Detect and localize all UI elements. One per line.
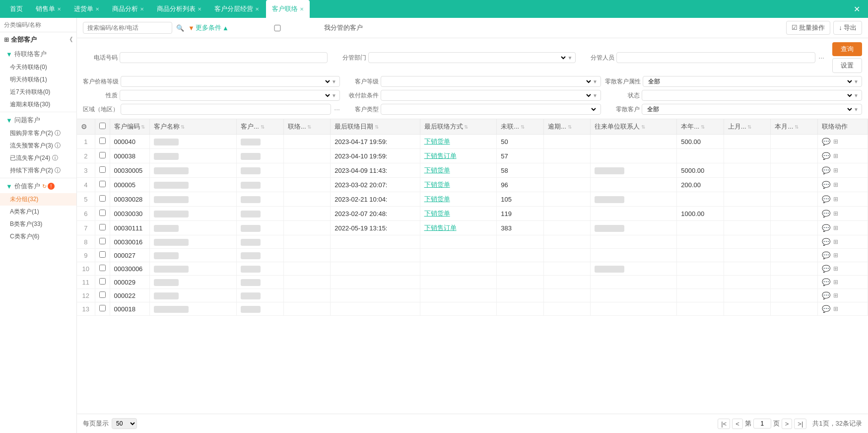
sidebar-item-abnormal[interactable]: 囤购异常客户(2) ⓘ — [0, 127, 76, 140]
tab-home[interactable]: 首页 — [4, 0, 29, 18]
row-check[interactable] — [95, 276, 110, 289]
comment-icon[interactable]: 💬 — [822, 181, 830, 189]
sidebar-group-value[interactable]: ▼ 价值客户 ↻ ! — [0, 179, 76, 193]
export-button[interactable]: ↓ 导出 — [833, 21, 862, 35]
comment-icon[interactable]: 💬 — [822, 265, 830, 273]
per-page-select[interactable]: 50 100 — [112, 418, 137, 429]
grid-action-icon[interactable]: ⊞ — [833, 265, 838, 272]
search-button[interactable]: 🔍 — [176, 24, 184, 32]
th-partner[interactable]: 往来单位联系人 — [591, 119, 677, 135]
row-check[interactable] — [95, 207, 110, 221]
th-this-month[interactable]: 本月... — [771, 119, 818, 135]
grid-action-icon[interactable]: ⊞ — [833, 238, 838, 245]
comment-icon[interactable]: 💬 — [822, 195, 830, 203]
comment-icon[interactable]: 💬 — [822, 291, 830, 299]
th-last-method[interactable]: 最后联络方式 — [420, 119, 497, 135]
th-check[interactable] — [95, 119, 110, 135]
comment-icon[interactable]: 💬 — [822, 251, 830, 259]
last-method-link[interactable]: 下销售订单 — [424, 224, 457, 231]
region-more-icon[interactable]: ··· — [334, 105, 340, 113]
th-code[interactable]: 客户编码 — [110, 119, 149, 135]
last-method-link[interactable]: 下销售订单 — [424, 152, 457, 159]
status-select[interactable] — [645, 91, 854, 99]
last-method-link[interactable]: 下销货单 — [424, 195, 450, 203]
comment-icon[interactable]: 💬 — [822, 305, 830, 313]
sidebar-item-class-c[interactable]: C类客户(6) — [0, 230, 76, 243]
tab-customer-contact[interactable]: 客户联络 ✕ — [266, 0, 310, 18]
row-check[interactable] — [95, 221, 110, 235]
search-input[interactable] — [83, 22, 172, 34]
row-check[interactable] — [95, 163, 110, 178]
retail-attr-select[interactable]: 全部 — [646, 77, 854, 85]
grid-action-icon[interactable]: ⊞ — [833, 152, 838, 159]
last-method-link[interactable]: 下销货单 — [424, 138, 450, 145]
cust-level-wrapper[interactable]: ▼ — [381, 76, 601, 87]
sidebar-item-class-a[interactable]: A类客户(1) — [0, 206, 76, 218]
sidebar-item-declining[interactable]: 持续下滑客户(2) ⓘ — [0, 164, 76, 177]
sidebar-all-customers[interactable]: ⊞ 全部客户 《 — [0, 32, 76, 47]
close-purchase-tab[interactable]: ✕ — [95, 6, 99, 12]
price-level-wrapper[interactable]: ▼ — [121, 76, 340, 87]
row-check[interactable] — [95, 289, 110, 302]
row-check[interactable] — [95, 262, 110, 276]
close-sales-tab[interactable]: ✕ — [57, 6, 61, 12]
window-close[interactable]: ✕ — [850, 4, 864, 14]
th-contact[interactable]: 联络... — [283, 119, 331, 135]
tab-analysis-list[interactable]: 商品分析列表 ✕ — [151, 0, 207, 18]
close-analysis-tab[interactable]: ✕ — [140, 6, 144, 12]
last-method-link[interactable]: 下销货单 — [424, 181, 450, 188]
close-customer-layer-tab[interactable]: ✕ — [255, 6, 259, 12]
payment-wrapper[interactable]: ▼ — [381, 90, 601, 101]
grid-action-icon[interactable]: ⊞ — [833, 196, 838, 203]
th-cust[interactable]: 客户... — [237, 119, 284, 135]
person-more-icon[interactable]: ··· — [818, 54, 824, 62]
tab-purchase[interactable]: 进货单 ✕ — [68, 0, 105, 18]
th-name[interactable]: 客户名称 — [149, 119, 237, 135]
grid-action-icon[interactable]: ⊞ — [833, 167, 838, 174]
row-check[interactable] — [95, 178, 110, 192]
more-conditions-button[interactable]: ▼ 更多条件 ▲ — [188, 23, 229, 32]
grid-action-icon[interactable]: ⊞ — [833, 210, 838, 217]
row-check[interactable] — [95, 235, 110, 249]
cust-type-wrapper[interactable] — [381, 104, 601, 115]
grid-action-icon[interactable]: ⊞ — [833, 292, 838, 299]
tab-analysis[interactable]: 商品分析 ✕ — [106, 0, 150, 18]
sidebar-item-ungroup[interactable]: 未分组(32) — [0, 193, 76, 206]
status-wrapper[interactable]: ▼ — [642, 90, 862, 101]
payment-select[interactable] — [384, 91, 593, 99]
sidebar-item-churn-warn[interactable]: 流失预警客户(3) ⓘ — [0, 140, 76, 152]
th-not-contact[interactable]: 未联... — [497, 119, 544, 135]
sidebar-group-pending[interactable]: ▼ 待联络客户 — [0, 47, 76, 61]
sidebar-item-7days[interactable]: 近7天待联络(0) — [0, 86, 76, 98]
last-method-link[interactable]: 下销货单 — [424, 210, 450, 217]
last-method-link[interactable]: 下销货单 — [424, 166, 450, 174]
sidebar-item-class-b[interactable]: B类客户(33) — [0, 218, 76, 230]
row-check[interactable] — [95, 302, 110, 316]
reset-button[interactable]: 设置 — [832, 58, 862, 73]
comment-icon[interactable]: 💬 — [822, 238, 830, 246]
grid-action-icon[interactable]: ⊞ — [833, 252, 838, 259]
my-customer-checkbox[interactable]: 我分管的客户 — [233, 23, 363, 32]
close-customer-contact-tab[interactable]: ✕ — [300, 6, 304, 12]
sidebar-item-today[interactable]: 今天待联络(0) — [0, 61, 76, 73]
grid-action-icon[interactable]: ⊞ — [833, 224, 838, 231]
comment-icon[interactable]: 💬 — [822, 166, 830, 174]
retail-attr-wrapper[interactable]: 全部 ▼ — [643, 76, 862, 87]
tab-sales[interactable]: 销售单 ✕ — [30, 0, 67, 18]
price-level-select[interactable] — [124, 77, 332, 85]
dept-select[interactable] — [372, 54, 568, 62]
phone-input[interactable] — [120, 52, 328, 63]
nature-select[interactable] — [123, 91, 332, 99]
person-input[interactable] — [616, 52, 815, 63]
my-customer-check[interactable] — [233, 25, 322, 31]
query-button[interactable]: 查询 — [832, 42, 862, 56]
nature-wrapper[interactable]: ▼ — [120, 90, 340, 101]
comment-icon[interactable]: 💬 — [822, 138, 830, 145]
th-settings[interactable]: ⚙ — [77, 119, 95, 135]
next-page-btn[interactable]: > — [782, 419, 793, 429]
grid-action-icon[interactable]: ⊞ — [833, 279, 838, 286]
th-last-month[interactable]: 上月... — [724, 119, 771, 135]
region-input[interactable] — [121, 104, 331, 115]
retail-cust-select[interactable]: 全部 — [645, 105, 854, 113]
sidebar-group-problem[interactable]: ▼ 问题客户 — [0, 113, 76, 127]
